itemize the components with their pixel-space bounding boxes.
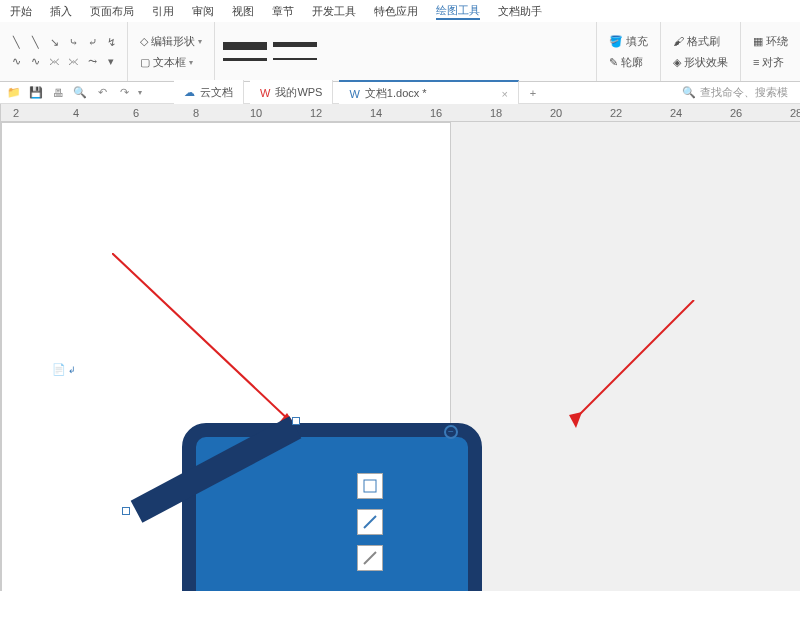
layout-option-1[interactable]: [357, 473, 383, 499]
outline-button[interactable]: ✎轮廓: [605, 53, 652, 72]
close-tab-icon[interactable]: ×: [502, 88, 508, 100]
wps-icon: W: [260, 87, 270, 99]
layout-option-2[interactable]: [357, 509, 383, 535]
command-search[interactable]: 🔍 查找命令、搜索模: [676, 85, 794, 100]
svg-line-0: [112, 253, 292, 423]
style-group: 🪣填充 ✎轮廓: [597, 22, 661, 81]
shape-curve-icon[interactable]: ∿: [8, 53, 24, 69]
fill-button[interactable]: 🪣填充: [605, 32, 652, 51]
search-icon: 🔍: [682, 86, 696, 99]
doc-tab-wps[interactable]: W 我的WPS: [250, 80, 333, 106]
wrap-button[interactable]: ▦环绕: [749, 32, 792, 51]
shape-line-icon[interactable]: ╲: [27, 34, 43, 50]
preset-group: [215, 22, 597, 81]
tab-start[interactable]: 开始: [10, 4, 32, 19]
qat-more-icon[interactable]: ▾: [138, 88, 142, 97]
tab-references[interactable]: 引用: [152, 4, 174, 19]
textbox-button[interactable]: ▢文本框▾: [136, 53, 206, 72]
shape-curve-icon[interactable]: ∿: [27, 53, 43, 69]
shape-connector-icon[interactable]: ⤶: [84, 34, 100, 50]
shape-line-icon[interactable]: ╲: [8, 34, 24, 50]
preview-icon[interactable]: 🔍: [72, 85, 88, 101]
undo-icon[interactable]: ↶: [94, 85, 110, 101]
line-weight-4[interactable]: [273, 58, 317, 60]
ribbon: ╲ ╲ ↘ ⤷ ⤶ ↯ ∿ ∿ ⩙ ⩙ ⤳ ▾ ◇编辑形状▾ ▢文本框▾ 🪣填充…: [0, 22, 800, 82]
page: 📄↲ −: [1, 122, 451, 591]
tab-layout[interactable]: 页面布局: [90, 4, 134, 19]
rotate-handle-icon[interactable]: −: [444, 425, 458, 439]
doc-tab-active[interactable]: W 文档1.docx * ×: [339, 80, 519, 106]
shape-curve-icon[interactable]: ⤳: [84, 53, 100, 69]
redo-icon[interactable]: ↷: [116, 85, 132, 101]
edit-shape-icon: ◇: [140, 35, 148, 48]
tab-drawing-tools[interactable]: 绘图工具: [436, 3, 480, 20]
align-icon: ≡: [753, 56, 759, 68]
word-icon: W: [349, 88, 359, 100]
ribbon-tabs: 开始 插入 页面布局 引用 审阅 视图 章节 开发工具 特色应用 绘图工具 文档…: [0, 0, 800, 22]
textbox-icon: ▢: [140, 56, 150, 69]
brush-icon: 🖌: [673, 35, 684, 47]
svg-rect-2: [364, 480, 376, 492]
format-painter-button[interactable]: 🖌格式刷: [669, 32, 732, 51]
line-weight-3[interactable]: [223, 58, 267, 61]
shape-connector-icon[interactable]: ⤷: [65, 34, 81, 50]
horizontal-ruler[interactable]: 246810121416182022242628: [1, 104, 800, 122]
wrap-icon: ▦: [753, 35, 763, 48]
tab-insert[interactable]: 插入: [50, 4, 72, 19]
edit-group: ◇编辑形状▾ ▢文本框▾: [128, 22, 215, 81]
shape-more-icon[interactable]: ▾: [103, 53, 119, 69]
bucket-icon: 🪣: [609, 35, 623, 48]
layout-options-popup: [357, 473, 383, 571]
new-tab-icon[interactable]: +: [525, 85, 541, 101]
shape-arrow-icon[interactable]: ↘: [46, 34, 62, 50]
tab-doc-helper[interactable]: 文档助手: [498, 4, 542, 19]
shape-zigzag-icon[interactable]: ⩙: [65, 53, 81, 69]
pen-icon: ✎: [609, 56, 618, 69]
main-area: 246810121416182022242628 📄↲ −: [0, 104, 800, 591]
anchor-icon: 📄↲: [52, 363, 76, 376]
tab-review[interactable]: 审阅: [192, 4, 214, 19]
tab-special[interactable]: 特色应用: [374, 4, 418, 19]
style-group-2: 🖌格式刷 ◈形状效果: [661, 22, 741, 81]
tab-dev[interactable]: 开发工具: [312, 4, 356, 19]
cloud-icon: ☁: [184, 86, 195, 99]
layout-option-3[interactable]: [357, 545, 383, 571]
selection-handle[interactable]: [122, 507, 130, 515]
save-icon[interactable]: 💾: [28, 85, 44, 101]
line-weight-1[interactable]: [223, 42, 267, 50]
shape-connector-icon[interactable]: ↯: [103, 34, 119, 50]
edit-shape-button[interactable]: ◇编辑形状▾: [136, 32, 206, 51]
print-icon[interactable]: 🖶: [50, 85, 66, 101]
tab-view[interactable]: 视图: [232, 4, 254, 19]
shape-zigzag-icon[interactable]: ⩙: [46, 53, 62, 69]
monitor-shape[interactable]: −: [182, 423, 482, 591]
svg-line-3: [364, 516, 376, 528]
svg-line-4: [364, 552, 376, 564]
arrange-group: ▦环绕 ≡对齐: [741, 22, 800, 81]
shape-effect-button[interactable]: ◈形状效果: [669, 53, 732, 72]
document-canvas[interactable]: 📄↲ −: [1, 122, 800, 591]
quick-access-toolbar: 📁 💾 🖶 🔍 ↶ ↷ ▾ ☁ 云文档 W 我的WPS W 文档1.docx *…: [0, 82, 800, 104]
selected-line-shape[interactable]: [131, 416, 302, 523]
shape-gallery-group: ╲ ╲ ↘ ⤷ ⤶ ↯ ∿ ∿ ⩙ ⩙ ⤳ ▾: [0, 22, 128, 81]
line-weight-2[interactable]: [273, 42, 317, 47]
doc-tab-cloud[interactable]: ☁ 云文档: [174, 80, 244, 106]
effect-icon: ◈: [673, 56, 681, 69]
align-button[interactable]: ≡对齐: [749, 53, 792, 72]
open-icon[interactable]: 📁: [6, 85, 22, 101]
selection-handle[interactable]: [292, 417, 300, 425]
tab-section[interactable]: 章节: [272, 4, 294, 19]
